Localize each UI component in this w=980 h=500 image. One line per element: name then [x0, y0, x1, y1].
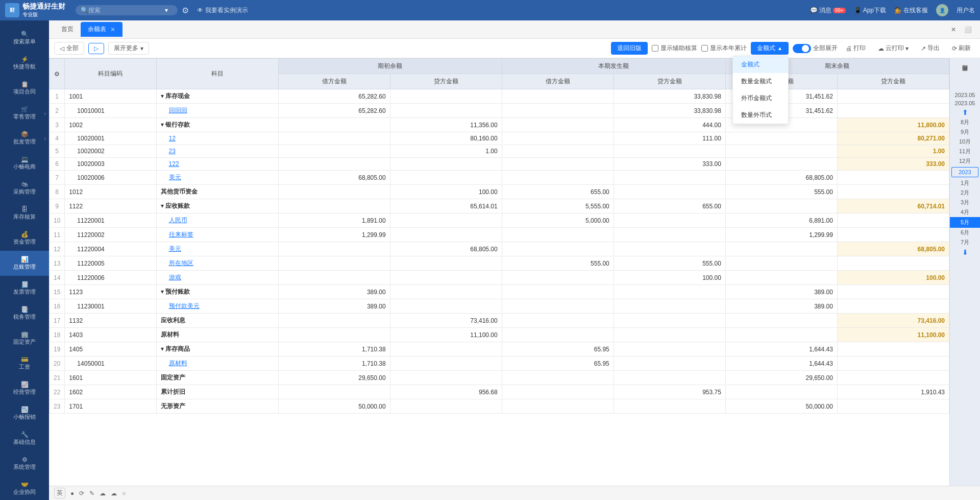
sidebar-item-retail[interactable]: 🛒 零售管理 ›	[0, 101, 49, 126]
tab-balance-label: 余额表	[88, 25, 106, 34]
row-cell-1	[390, 213, 502, 228]
status-edit[interactable]: ✎	[89, 490, 94, 497]
sidebar-item-purchase[interactable]: 🛍 采购管理	[0, 176, 49, 201]
month-1[interactable]: 1月	[950, 178, 980, 188]
month-7[interactable]: 7月	[950, 237, 980, 247]
sidebar-item-assets[interactable]: 🏢 固定资产	[0, 326, 49, 351]
row-name[interactable]: 应收利息	[156, 314, 278, 328]
sidebar-item-cooperation[interactable]: 🤝 企业协同	[0, 476, 49, 500]
month-8[interactable]: 8月	[950, 117, 980, 127]
month-4[interactable]: 4月	[950, 207, 980, 217]
month-6[interactable]: 6月	[950, 228, 980, 237]
row-name[interactable]: 累计折旧	[156, 385, 278, 399]
row-name[interactable]: ▾ 库存现金	[156, 89, 278, 104]
row-name[interactable]: ▾ 应收账款	[156, 199, 278, 213]
month-3[interactable]: 3月	[950, 198, 980, 207]
expand-all-toggle[interactable]: 全部展开	[793, 44, 838, 53]
month-11[interactable]: 11月	[950, 147, 980, 156]
print-button[interactable]: 🖨 打印	[842, 42, 870, 54]
sidebar-item-inventory[interactable]: 🗄 库存核算	[0, 201, 49, 226]
format-option-qty-amount[interactable]: 数量金额式	[733, 73, 788, 90]
top-bar-center: 👁 我要看实例演示	[197, 6, 810, 15]
status-cloud2[interactable]: ☁	[111, 490, 117, 497]
forward-nav-button[interactable]: ▷	[88, 43, 104, 54]
th-code: 科目编码	[65, 59, 156, 89]
tab-home[interactable]: 首页	[54, 22, 81, 37]
message-button[interactable]: 💬 消息 99+	[810, 6, 846, 15]
row-cell-2	[502, 104, 614, 118]
row-cell-1	[390, 158, 502, 171]
sidebar-item-tax[interactable]: 📑 税务管理	[0, 301, 49, 326]
sidebar-item-ecommerce[interactable]: 💻 小畅电商	[0, 151, 49, 176]
row-cell-0	[278, 328, 390, 342]
status-lang[interactable]: 英	[54, 488, 65, 498]
show-year-check[interactable]: 显示本年累计	[701, 44, 747, 53]
settings-icon[interactable]: ⚙	[54, 70, 60, 78]
status-refresh[interactable]: ⟳	[79, 490, 84, 497]
search-bar[interactable]: 🔍 ▾	[76, 5, 178, 15]
row-cell-2: 655.00	[502, 185, 614, 199]
month-10[interactable]: 10月	[950, 137, 980, 147]
show-year-checkbox[interactable]	[701, 45, 708, 52]
row-name[interactable]: 无形资产	[156, 399, 278, 414]
sidebar-item-system[interactable]: ⚙ 系统管理	[0, 451, 49, 476]
sidebar-item-ledger[interactable]: 📊 总账管理	[0, 251, 49, 276]
avatar[interactable]: 👤	[936, 4, 948, 16]
row-cell-0	[278, 132, 390, 145]
cloud-print-button[interactable]: ☁ 云打印 ▾	[874, 42, 913, 54]
month-2[interactable]: 2月	[950, 188, 980, 198]
nav-up-arrow[interactable]: ⬆	[961, 107, 969, 117]
status-cloud1[interactable]: ☁	[100, 490, 106, 497]
sidebar-item-wholesale[interactable]: 📦 批发管理 ›	[0, 126, 49, 151]
settings-icon[interactable]: ⚙	[182, 6, 189, 15]
show-aux-checkbox[interactable]	[652, 45, 658, 52]
sidebar-item-operations[interactable]: 📈 经营管理	[0, 376, 49, 401]
sidebar-item-basics[interactable]: 🔧 基础信息	[0, 426, 49, 451]
row-code: 10020003	[65, 158, 156, 171]
return-old-button[interactable]: 退回旧版	[611, 42, 648, 55]
sidebar-item-payroll[interactable]: 💳 工资	[0, 351, 49, 376]
show-aux-check[interactable]: 显示辅助核算	[652, 44, 697, 53]
show-year-label: 显示本年累计	[710, 44, 747, 53]
search-input[interactable]	[88, 7, 165, 14]
tab-close-icon[interactable]: ✕	[110, 26, 115, 33]
sidebar-item-capital[interactable]: 💰 资金管理	[0, 226, 49, 251]
tab-balance[interactable]: 余额表 ✕	[81, 22, 122, 37]
format-option-amount[interactable]: 金额式	[733, 56, 788, 73]
month-12[interactable]: 12月	[950, 156, 980, 166]
nav-down-arrow[interactable]: ⬇	[961, 247, 969, 257]
back-nav-button[interactable]: ◁ 全部	[54, 42, 84, 55]
format-option-foreign-amount[interactable]: 外币金额式	[733, 90, 788, 107]
th-settings[interactable]: ⚙	[50, 59, 65, 89]
window-close-icon[interactable]: ✕	[948, 25, 959, 34]
online-service-button[interactable]: 💁 在线客服	[894, 6, 928, 15]
row-cell-4	[725, 328, 837, 342]
toggle-switch[interactable]	[793, 44, 811, 53]
sidebar-item-reports[interactable]: 📉 小畅报销	[0, 401, 49, 426]
app-download-button[interactable]: 📱 App下载	[854, 6, 886, 15]
format-option-qty-foreign[interactable]: 数量外币式	[733, 107, 788, 124]
sidebar-item-project[interactable]: 📋 项目合同	[0, 76, 49, 101]
row-name[interactable]: ▾ 预付账款	[156, 285, 278, 299]
row-name[interactable]: ▾ 银行存款	[156, 118, 278, 132]
year-2023[interactable]: 2023	[951, 167, 978, 177]
row-name[interactable]: 其他货币资金	[156, 185, 278, 199]
row-name[interactable]: 原材料	[156, 328, 278, 342]
row-number: 7	[50, 171, 65, 185]
refresh-button[interactable]: ⟳ 刷新	[948, 42, 975, 54]
row-name[interactable]: ▾ 库存商品	[156, 342, 278, 356]
sidebar-item-quicknav[interactable]: ⚡ 快捷导航	[0, 51, 49, 76]
row-name[interactable]: 固定资产	[156, 371, 278, 385]
month-9[interactable]: 9月	[950, 127, 980, 137]
month-5-active[interactable]: 5月	[950, 217, 980, 228]
row-cell-4: 1,644.43	[725, 342, 837, 356]
demo-button[interactable]: 👁 我要看实例演示	[197, 6, 248, 15]
export-button[interactable]: ↗ 导出	[917, 42, 944, 54]
format-button[interactable]: 金额式 ▲	[751, 42, 789, 55]
row-code: 10020001	[65, 132, 156, 145]
expand-more-button[interactable]: 展开更多 ▾	[108, 42, 149, 55]
window-maximize-icon[interactable]: ⬜	[961, 25, 975, 34]
sidebar-item-invoice[interactable]: 🧾 发票管理	[0, 276, 49, 301]
row-cell-4: 1,299.99	[725, 228, 837, 242]
sidebar-search[interactable]: 🔍 搜索菜单	[0, 26, 49, 51]
